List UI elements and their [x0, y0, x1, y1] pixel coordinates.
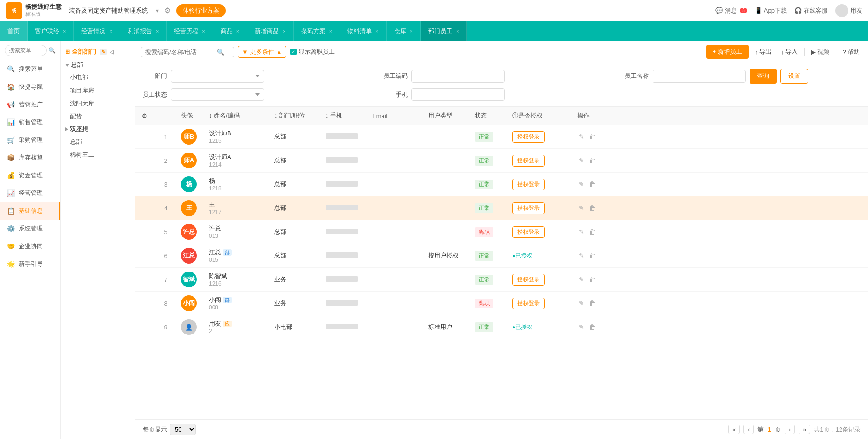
edit-button[interactable]: ✎ [579, 181, 584, 188]
sidebar-item-经营管理[interactable]: 📈经营管理 [0, 184, 60, 202]
row-settings[interactable] [135, 315, 154, 339]
edit-button[interactable]: ✎ [579, 204, 584, 212]
edit-button[interactable]: ✎ [579, 300, 584, 307]
delete-button[interactable]: 🗑 [589, 276, 596, 283]
tab-close-icon[interactable]: × [410, 28, 413, 34]
sidebar-item-快捷导航[interactable]: 🏠快捷导航 [0, 78, 60, 96]
sidebar-search-input[interactable] [5, 45, 47, 56]
emp-name-input[interactable] [653, 70, 746, 83]
sidebar-item-新手引导[interactable]: 🌟新手引导 [0, 255, 60, 273]
settings-col-header[interactable]: ⚙ [135, 107, 154, 125]
search-input[interactable] [145, 49, 215, 56]
dept-col-header[interactable]: ↕ 部门/职位 [271, 107, 322, 125]
add-employee-button[interactable]: + 新增员工 [706, 45, 749, 59]
sidebar-item-资金管理[interactable]: 💰资金管理 [0, 167, 60, 184]
nav-tab[interactable]: 商品× [213, 21, 247, 41]
nav-tab[interactable]: 客户联络× [28, 21, 74, 41]
edit-button[interactable]: ✎ [579, 252, 584, 259]
delete-button[interactable]: 🗑 [589, 157, 596, 164]
dept-select[interactable] [171, 70, 264, 83]
page-size-select[interactable]: 50 10 20 100 [170, 424, 196, 435]
departed-checkbox[interactable]: ✓ [290, 49, 297, 55]
auth-button[interactable]: 授权登录 [512, 274, 545, 286]
auth-button[interactable]: 授权登录 [512, 298, 545, 309]
query-button[interactable]: 查询 [750, 69, 777, 84]
search-box[interactable]: 🔍 [141, 47, 234, 57]
sidebar-item-搜索菜单[interactable]: 🔍搜索菜单 [0, 60, 60, 78]
trial-button[interactable]: 体验行业方案 [176, 4, 226, 17]
sidebar-item-销售管理[interactable]: 📊销售管理 [0, 113, 60, 131]
dept-group-zhongbu[interactable]: 总部 [61, 59, 135, 71]
nav-tab[interactable]: 仓库× [387, 21, 421, 41]
dept-item-xiaodian[interactable]: 小电部 [61, 71, 135, 84]
show-departed-toggle[interactable]: ✓ 显示离职员工 [290, 48, 335, 56]
delete-button[interactable]: 🗑 [589, 252, 596, 259]
nav-tab[interactable]: 经营情况× [74, 21, 120, 41]
nav-tab[interactable]: 条码方案× [294, 21, 340, 41]
dept-item-xishu[interactable]: 稀树王二 [61, 148, 135, 161]
nav-tab[interactable]: 经营历程× [167, 21, 213, 41]
help-btn[interactable]: ? 帮助 [840, 46, 862, 58]
dept-group-shuangzuo[interactable]: 双座想 [61, 123, 135, 135]
edit-button[interactable]: ✎ [579, 157, 584, 164]
status-select[interactable] [171, 88, 264, 101]
dept-edit-icon[interactable]: ✎ [100, 49, 107, 55]
tab-close-icon[interactable]: × [202, 28, 205, 34]
tab-close-icon[interactable]: × [109, 28, 112, 34]
auth-button[interactable]: 授权登录 [512, 131, 545, 143]
sidebar-item-企业协同[interactable]: 🤝企业协同 [0, 237, 60, 255]
tab-close-icon[interactable]: × [456, 28, 459, 34]
auth-button[interactable]: 授权登录 [512, 155, 545, 167]
name-col-header[interactable]: ↕ 姓名/编码 [205, 107, 271, 125]
row-settings[interactable] [135, 244, 154, 268]
delete-button[interactable]: 🗑 [589, 181, 596, 188]
tab-close-icon[interactable]: × [63, 28, 66, 34]
tab-close-icon[interactable]: × [236, 28, 239, 34]
first-page-btn[interactable]: « [728, 425, 740, 434]
import-btn[interactable]: ↓ 导入 [778, 46, 800, 58]
row-settings[interactable] [135, 268, 154, 292]
row-settings[interactable] [135, 196, 154, 220]
nav-tab[interactable]: 物料清单× [340, 21, 386, 41]
row-settings[interactable] [135, 125, 154, 149]
tab-close-icon[interactable]: × [283, 28, 285, 34]
dept-collapse-icon[interactable]: ◁ [110, 49, 113, 55]
delete-button[interactable]: 🗑 [589, 228, 596, 236]
user-item[interactable]: 用友 [835, 4, 862, 17]
auth-button[interactable]: 授权登录 [512, 179, 545, 190]
phone-col-header[interactable]: ↕ 手机 [322, 107, 368, 125]
auth-button[interactable]: 授权登录 [512, 226, 545, 238]
prev-page-btn[interactable]: ‹ [743, 425, 754, 434]
settings-icon[interactable]: ⚙ [164, 6, 171, 15]
delete-button[interactable]: 🗑 [589, 323, 596, 331]
delete-button[interactable]: 🗑 [589, 204, 596, 212]
next-page-btn[interactable]: › [785, 425, 795, 434]
export-btn[interactable]: ↑ 导出 [752, 46, 775, 58]
row-settings[interactable] [135, 292, 154, 315]
nav-tab[interactable]: 新增商品× [247, 21, 293, 41]
edit-button[interactable]: ✎ [579, 276, 584, 283]
row-settings[interactable] [135, 220, 154, 244]
nav-tab[interactable]: 部门员工× [421, 21, 467, 41]
delete-button[interactable]: 🗑 [589, 300, 596, 307]
sidebar-item-系统管理[interactable]: ⚙️系统管理 [0, 220, 60, 237]
delete-button[interactable]: 🗑 [589, 133, 596, 140]
sidebar-item-采购管理[interactable]: 🛒采购管理 [0, 131, 60, 149]
message-item[interactable]: 💬 消息 5 [715, 7, 747, 15]
system-dropdown-icon[interactable]: ▾ [156, 7, 159, 14]
sidebar-item-基础信息[interactable]: 📋基础信息 [0, 202, 60, 220]
tab-close-icon[interactable]: × [375, 28, 378, 34]
nav-tab[interactable]: 利润报告× [120, 21, 167, 41]
edit-button[interactable]: ✎ [579, 323, 584, 331]
last-page-btn[interactable]: » [799, 425, 810, 434]
tab-close-icon[interactable]: × [329, 28, 332, 34]
sidebar-item-营销推广[interactable]: 📢营销推广 [0, 96, 60, 113]
dept-item-zhongbu2[interactable]: 总部 [61, 135, 135, 148]
nav-tab[interactable]: 首页 [0, 21, 28, 41]
edit-button[interactable]: ✎ [579, 133, 584, 140]
edit-button[interactable]: ✎ [579, 228, 584, 236]
row-settings[interactable] [135, 149, 154, 173]
auth-button[interactable]: 授权登录 [512, 202, 545, 214]
dept-item-shenyang[interactable]: 沈阳大库 [61, 97, 135, 110]
dept-item-peihuo[interactable]: 配货 [61, 110, 135, 123]
